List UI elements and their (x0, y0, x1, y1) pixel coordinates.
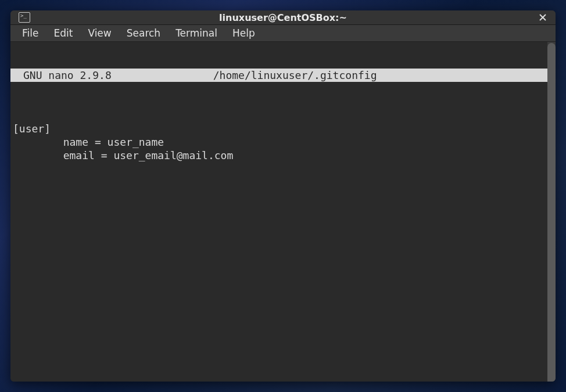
close-icon (539, 13, 547, 21)
scrollbar-thumb[interactable] (547, 43, 556, 382)
terminal-content[interactable]: GNU nano 2.9.8/home/linuxuser/.gitconfig… (10, 42, 547, 382)
terminal-window: linuxuser@CentOSBox:~ File Edit View Sea… (10, 10, 556, 382)
terminal-icon (19, 12, 30, 23)
menu-edit[interactable]: Edit (46, 25, 80, 41)
menu-view[interactable]: View (81, 25, 118, 41)
menu-terminal[interactable]: Terminal (169, 25, 224, 41)
menu-help[interactable]: Help (225, 25, 262, 41)
file-path: /home/linuxuser/.gitconfig (213, 69, 377, 82)
scrollbar[interactable] (547, 42, 556, 382)
nano-header: GNU nano 2.9.8/home/linuxuser/.gitconfig (10, 69, 547, 82)
window-titlebar[interactable]: linuxuser@CentOSBox:~ (10, 10, 556, 25)
content-line: [user] (13, 123, 51, 135)
content-line: name = user_name (13, 136, 164, 148)
window-title: linuxuser@CentOSBox:~ (219, 12, 347, 23)
close-button[interactable] (536, 10, 550, 24)
terminal-area: GNU nano 2.9.8/home/linuxuser/.gitconfig… (10, 42, 556, 382)
editor-name: GNU nano 2.9.8 (23, 69, 112, 82)
menu-bar: File Edit View Search Terminal Help (10, 25, 556, 42)
content-line: email = user_email@mail.com (13, 149, 233, 161)
menu-search[interactable]: Search (120, 25, 167, 41)
file-content[interactable]: [user] name = user_name email = user_ema… (10, 109, 547, 382)
menu-file[interactable]: File (15, 25, 45, 41)
